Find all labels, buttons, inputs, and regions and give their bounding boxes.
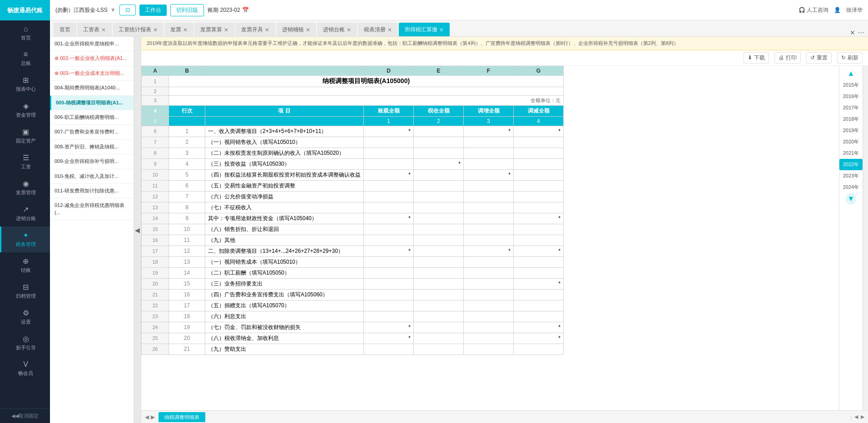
sidebar-item-ledger[interactable]: ≡总账 <box>0 46 50 71</box>
item-text-7[interactable]: （七）不征税收入 <box>205 202 364 213</box>
data-col3-4[interactable]: * <box>464 169 514 180</box>
tab-close-import-ledger[interactable]: ✕ <box>347 27 351 33</box>
sidebar-item-archive[interactable]: ⊟归档管理 <box>0 278 50 304</box>
service-link[interactable]: 🎧 人工咨询 <box>799 6 828 14</box>
sheet-tab-main[interactable]: 纳税调整明细表 <box>159 412 205 422</box>
data-col4-17[interactable] <box>514 311 564 322</box>
data-col1-20[interactable] <box>364 344 414 354</box>
data-col4-12[interactable] <box>514 256 564 267</box>
data-col2-10[interactable] <box>414 235 464 246</box>
data-col1-8[interactable]: * <box>364 213 414 224</box>
item-text-17[interactable]: （六）利息支出 <box>205 311 364 322</box>
item-text-2[interactable]: （二）未按权责发生制原则确认的收入（填写A105020） <box>205 148 364 158</box>
sidebar-item-home[interactable]: ⌂首页 <box>0 20 50 46</box>
data-col3-19[interactable] <box>464 333 514 344</box>
data-col1-12[interactable] <box>364 256 414 267</box>
data-col1-14[interactable] <box>364 278 414 289</box>
tab-close-invoice-calc[interactable]: ✕ <box>224 27 228 33</box>
item-text-4[interactable]: （四）按权益法核算长期股权投资对初始投资成本调整确认收益 <box>205 169 364 180</box>
sidebar-item-payroll[interactable]: ☰工资 <box>0 149 50 175</box>
sidebar-item-guide[interactable]: ◎新手引导 <box>0 330 50 356</box>
year-item-2019年[interactable]: 2019年 <box>839 125 863 136</box>
item-text-12[interactable]: （一）视同销售成本（填写A105010） <box>205 256 364 267</box>
tab-import-check[interactable]: 进销稽核 ✕ <box>276 23 316 36</box>
item-text-16[interactable]: （五）捐赠支出（填写A105070） <box>205 300 364 311</box>
tab-invoice-calc[interactable]: 发票算算 ✕ <box>194 23 234 36</box>
data-col1-9[interactable] <box>364 224 414 235</box>
item-text-0[interactable]: 一、收入类调整项目（2+3+4+5+6+7+8+10+11） <box>205 126 364 137</box>
left-item-005[interactable]: 005-纳税调整项目明细表(A1... <box>50 96 134 110</box>
data-col3-9[interactable] <box>464 224 514 235</box>
data-col2-12[interactable] <box>414 256 464 267</box>
data-col2-4[interactable] <box>414 169 464 180</box>
sidebar-item-invoice-mgmt[interactable]: ◉发票管理 <box>0 175 50 201</box>
data-col3-13[interactable] <box>464 267 514 278</box>
h-scroll-next[interactable]: ▶ <box>861 414 864 420</box>
sidebar-item-close[interactable]: ⊕结账 <box>0 252 50 278</box>
year-scroll-down[interactable]: ▼ <box>846 193 857 205</box>
data-col3-2[interactable] <box>464 148 514 158</box>
tab-income-tax[interactable]: 所得税汇算缴 ✕ <box>399 23 450 36</box>
tab-import-ledger[interactable]: 进销台账 ✕ <box>317 23 357 36</box>
data-col3-5[interactable] <box>464 180 514 191</box>
year-item-2022年[interactable]: 2022年 <box>839 159 863 170</box>
data-col2-0[interactable] <box>414 126 464 137</box>
data-col2-17[interactable] <box>414 311 464 322</box>
item-text-13[interactable]: （二）职工薪酬（填写A105050） <box>205 267 364 278</box>
data-col1-6[interactable] <box>364 191 414 202</box>
data-col2-3[interactable]: * <box>414 158 464 169</box>
item-text-18[interactable]: （七）罚金、罚款和被没收财物的损失 <box>205 322 364 333</box>
data-col1-15[interactable] <box>364 289 414 300</box>
sidebar-item-vip[interactable]: V畅会员 <box>0 356 50 381</box>
data-col4-20[interactable] <box>514 344 564 354</box>
data-col3-15[interactable] <box>464 289 514 300</box>
data-col1-13[interactable] <box>364 267 414 278</box>
year-item-2021年[interactable]: 2021年 <box>839 148 863 159</box>
chevron-down-icon[interactable]: ▼ <box>110 7 116 13</box>
data-col1-1[interactable] <box>364 137 414 148</box>
data-col4-6[interactable] <box>514 191 564 202</box>
data-col4-19[interactable]: * <box>514 333 564 344</box>
item-text-3[interactable]: （三）投资收益（填写A105030） <box>205 158 364 169</box>
data-col2-1[interactable] <box>414 137 464 148</box>
data-col2-20[interactable] <box>414 344 464 354</box>
tab-prev-icon[interactable]: ◀ <box>145 414 149 420</box>
data-col2-5[interactable] <box>414 180 464 191</box>
data-col1-19[interactable]: * <box>364 333 414 344</box>
data-col1-2[interactable] <box>364 148 414 158</box>
data-col3-7[interactable] <box>464 202 514 213</box>
data-col3-14[interactable] <box>464 278 514 289</box>
item-text-5[interactable]: （五）交易性金融资产初始投资调整 <box>205 180 364 191</box>
left-item-007[interactable]: 007-广告费和业务宣传费时... <box>50 125 134 139</box>
data-col3-17[interactable] <box>464 311 514 322</box>
year-item-2017年[interactable]: 2017年 <box>839 102 863 113</box>
data-col4-0[interactable]: * <box>514 126 564 137</box>
data-col4-15[interactable] <box>514 289 564 300</box>
data-col2-7[interactable] <box>414 202 464 213</box>
data-col3-20[interactable] <box>464 344 514 354</box>
sidebar-item-fixed-assets[interactable]: ▣固定资产 <box>0 123 50 149</box>
data-col4-5[interactable] <box>514 180 564 191</box>
left-item-003[interactable]: ⊗003-一般企业成本支出明细... <box>50 66 134 81</box>
data-col3-8[interactable] <box>464 213 514 224</box>
item-text-9[interactable]: （八）销售折扣、折让和退回 <box>205 224 364 235</box>
data-col3-10[interactable] <box>464 235 514 246</box>
switch-version-button[interactable]: 切到旧版 <box>170 4 204 16</box>
data-col2-9[interactable] <box>414 224 464 235</box>
data-col3-3[interactable] <box>464 158 514 169</box>
item-text-8[interactable]: 其中：专项用途财政性资金（填写A105040） <box>205 213 364 224</box>
data-col4-13[interactable] <box>514 267 564 278</box>
item-text-6[interactable]: （六）公允价值变动净损益 <box>205 191 364 202</box>
year-item-2016年[interactable]: 2016年 <box>839 91 863 102</box>
item-text-14[interactable]: （三）业务招待要支出 <box>205 278 364 289</box>
tab-invoice-open[interactable]: 发票开具 ✕ <box>235 23 275 36</box>
left-item-001[interactable]: 001-企业所得税年度纳税申... <box>50 37 134 51</box>
tab-close-invoice[interactable]: ✕ <box>183 27 188 33</box>
reset-button[interactable]: ↺ 重置 <box>806 52 832 64</box>
sidebar-footer[interactable]: ◀◀ 取消固定 <box>0 408 50 423</box>
data-col4-14[interactable]: * <box>514 278 564 289</box>
data-col1-18[interactable]: * <box>364 322 414 333</box>
data-col2-16[interactable] <box>414 300 464 311</box>
data-col4-18[interactable]: * <box>514 322 564 333</box>
left-item-010[interactable]: 010-免税、减计收入及加计... <box>50 169 134 184</box>
